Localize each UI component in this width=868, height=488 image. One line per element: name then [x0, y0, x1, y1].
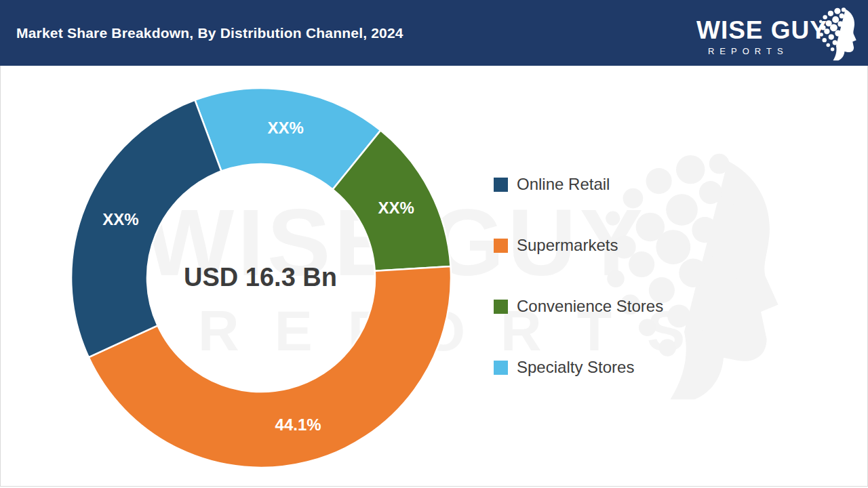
legend-swatch-specialty-stores: [494, 361, 508, 375]
legend-label: Supermarkets: [517, 236, 618, 255]
legend-swatch-supermarkets: [494, 239, 508, 253]
chart-center-value: USD 16.3 Bn: [184, 263, 337, 292]
chart-legend: Online Retail Supermarkets Convenience S…: [494, 169, 663, 382]
header-bar: Market Share Breakdown, By Distribution …: [0, 0, 868, 66]
slice-value-label-convenience-stores: XX%: [378, 199, 414, 218]
legend-item-convenience-stores: Convenience Stores: [494, 291, 663, 321]
legend-item-online-retail: Online Retail: [494, 169, 663, 199]
wise-guy-logo-text: WISE GUY REPORTS: [696, 18, 827, 56]
donut-chart: [0, 0, 868, 488]
slice-value-label-supermarkets: 44.1%: [275, 415, 321, 434]
legend-label: Online Retail: [517, 175, 610, 194]
slice-value-label-online-retail: XX%: [102, 210, 138, 229]
legend-item-supermarkets: Supermarkets: [494, 230, 663, 260]
wise-guy-logo: WISE GUY REPORTS: [696, 5, 857, 62]
slice-value-label-specialty-stores: XX%: [268, 119, 304, 138]
legend-swatch-online-retail: [494, 178, 508, 192]
wise-guy-logo-face-icon: [816, 5, 857, 62]
legend-swatch-convenience-stores: [494, 300, 508, 314]
logo-subtitle-text: REPORTS: [708, 46, 827, 56]
donut-segment-online-retail: [71, 100, 221, 357]
page-title: Market Share Breakdown, By Distribution …: [16, 0, 403, 66]
logo-name-text: WISE GUY: [696, 18, 827, 43]
legend-item-specialty-stores: Specialty Stores: [494, 352, 663, 382]
infographic-page: WISE GUY REPORTS Market Share Breakdown,…: [0, 0, 868, 488]
legend-label: Specialty Stores: [517, 358, 634, 377]
legend-label: Convenience Stores: [517, 297, 663, 316]
